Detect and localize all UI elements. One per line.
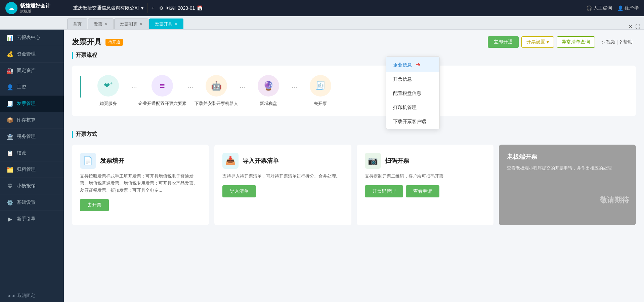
tab-invoice-close[interactable]: ✕: [104, 22, 108, 27]
yunbao-icon: 📊: [7, 34, 13, 41]
activate-button[interactable]: 立即开通: [488, 36, 519, 48]
dropdown-item-company-info[interactable]: 企业信息 ➜: [386, 57, 439, 72]
step4-icon: 🔮: [258, 75, 279, 97]
step1-label: 购买服务: [99, 101, 117, 107]
xiaochang-icon: ©: [7, 183, 13, 189]
period-label: 账期: [166, 5, 176, 11]
top-right: 🎧 人工咨询 👤 徐泽华: [586, 5, 639, 11]
sidebar-item-jiezhang[interactable]: 📋 结账: [0, 145, 64, 161]
method-scan-apply-button[interactable]: 查看申请: [406, 185, 439, 197]
sidebar-item-kucun[interactable]: 📦 库存核算: [0, 112, 64, 128]
company-selector[interactable]: 重庆畅捷交通信息咨询有限公司 ▾: [69, 3, 148, 13]
settings-dropdown-menu: 企业信息 ➜ 开票信息 配置税盘信息 打印机管理 下: [386, 56, 440, 129]
main-layout: 📊 云报表中心 💰 资金管理 🏭 固定资产 👤 工资 🧾 发票管理 📦 库存核算…: [0, 30, 644, 302]
tab-bar: 首页 发票 ✕ 发票测算 ✕ 发票开具 ✕ ✕ ⛶: [0, 16, 644, 30]
tab-close-right: ✕ ⛶: [629, 24, 644, 29]
top-actions: ＋ ⚙: [151, 5, 164, 11]
sidebar-item-xiaochang-label: 小畅报销: [17, 183, 36, 189]
username: 徐泽华: [625, 5, 639, 11]
header-actions: 立即开通 开票设置 ▾ 企业信息 ➜ 开票信息: [488, 36, 636, 48]
sidebar-item-xiaochang[interactable]: © 小畅报销: [0, 178, 64, 194]
sidebar-item-jichushezhi[interactable]: ⚙️ 基础设置: [0, 194, 64, 211]
dropdown-item-invoice-info[interactable]: 开票信息: [386, 72, 439, 86]
step5-label: 去开票: [314, 101, 327, 107]
page-header: 发票开具 待开通 立即开通 开票设置 ▾ 企业信息 ➜: [64, 30, 644, 52]
method-boss-desc: 查看老板端小程序提交的开票申请，并作出相应的处理: [507, 165, 628, 172]
guding-icon: 🏭: [7, 67, 13, 74]
tab-invoice-calc-close[interactable]: ✕: [139, 22, 143, 27]
expand-icon[interactable]: ⛶: [635, 24, 640, 29]
method-fill-header: 📄 发票填开: [80, 153, 201, 169]
sidebar-item-guding[interactable]: 🏭 固定资产: [0, 63, 64, 79]
video-button[interactable]: ▷ 视频 | ? 帮助: [598, 37, 636, 47]
gongzi-icon: 👤: [7, 84, 13, 90]
tab-invoice-open-close[interactable]: ✕: [174, 22, 178, 27]
method-card-boss: 老板端开票 查看老板端小程序提交的开票申请，并作出相应的处理 敬请期待: [499, 145, 636, 225]
methods-section-title: 开票方式: [72, 131, 636, 138]
anomaly-button[interactable]: 异常清单查询: [557, 36, 595, 48]
support-button[interactable]: 🎧 人工咨询: [586, 5, 612, 11]
tab-invoice-open[interactable]: 发票开具 ✕: [149, 18, 183, 29]
chevron-down-icon: ▾: [547, 39, 549, 45]
dropdown-item-tax-config[interactable]: 配置税盘信息: [386, 86, 439, 101]
guidang-icon: 🗂️: [7, 166, 13, 173]
method-scan-desc: 支持定制开票二维码，客户端可扫码开票: [365, 173, 486, 180]
close-all-icon[interactable]: ✕: [629, 24, 633, 29]
sidebar-item-kucun-label: 库存核算: [17, 117, 36, 123]
method-card-import: 📥 导入开票清单 支持导入待开票清单，可对待开票清单进行拆分、合并处理。 导入清…: [214, 145, 351, 225]
tab-home-label: 首页: [73, 21, 82, 27]
jichushezhi-icon: ⚙️: [7, 199, 13, 206]
sidebar-item-guidang[interactable]: 🗂️ 归档管理: [0, 161, 64, 178]
step4-label: 新增税盘: [260, 101, 277, 107]
sidebar-item-shuiwu[interactable]: 🏦 税务管理: [0, 128, 64, 145]
help-icon: ?: [619, 39, 622, 45]
page-title: 发票开具: [72, 37, 101, 47]
tab-invoice-label: 发票: [94, 21, 102, 27]
process-step-5: 🧾 去开票: [299, 75, 342, 107]
method-import-button[interactable]: 导入清单: [222, 185, 256, 197]
method-boss-title: 老板端开票: [507, 153, 537, 161]
tab-invoice[interactable]: 发票 ✕: [88, 18, 114, 29]
method-scan-header: 📷 扫码开票: [365, 153, 486, 169]
user-area[interactable]: 👤 徐泽华: [617, 5, 639, 11]
sidebar: 📊 云报表中心 💰 资金管理 🏭 固定资产 👤 工资 🧾 发票管理 📦 库存核算…: [0, 30, 64, 302]
sidebar-item-xinshou[interactable]: ▶ 新手引导: [0, 211, 64, 227]
dropdown-item-download-client[interactable]: 下载开票客户端: [386, 115, 439, 129]
step2-icon: ≡: [152, 75, 173, 97]
method-scan-title: 扫码开票: [385, 157, 409, 165]
unpin-icon: ◄◄: [7, 293, 15, 298]
flow-line: [80, 76, 81, 98]
red-arrow-icon: ➜: [416, 61, 421, 68]
tab-home[interactable]: 首页: [67, 18, 87, 29]
add-button[interactable]: ＋: [151, 5, 155, 11]
method-import-desc: 支持导入待开票清单，可对待开票清单进行拆分、合并处理。: [222, 173, 343, 180]
arrow-4: ···: [292, 83, 297, 91]
avatar-icon: 👤: [617, 5, 623, 11]
calendar-icon[interactable]: 📅: [197, 5, 203, 11]
sidebar-item-fapiao[interactable]: 🧾 发票管理: [0, 96, 64, 112]
logo-text: 畅捷通好会计: [20, 3, 50, 9]
method-fill-title: 发票填开: [100, 157, 124, 165]
sidebar-item-zijin[interactable]: 💰 资金管理: [0, 46, 64, 63]
dropdown-item-printer[interactable]: 打印机管理: [386, 101, 439, 115]
headset-icon: 🎧: [586, 5, 592, 11]
method-scan-qr-button[interactable]: 开票码管理: [365, 185, 403, 197]
process-step-1: ❤+ 购买服务: [86, 75, 130, 107]
sidebar-item-gongzi[interactable]: 👤 工资: [0, 79, 64, 96]
sidebar-item-gongzi-label: 工资: [17, 84, 26, 90]
sidebar-bottom[interactable]: ◄◄ 取消固定: [0, 289, 64, 302]
settings-icon[interactable]: ⚙: [159, 5, 164, 11]
sidebar-item-jiezhang-label: 结账: [17, 150, 26, 156]
method-card-scan: 📷 扫码开票 支持定制开票二维码，客户端可扫码开票 开票码管理 查看申请: [357, 145, 494, 225]
method-card-fill: 📄 发票填开 支持按照发票样式手工填开发票；可开具增值税电子普通发票、增值税普通…: [72, 145, 209, 225]
method-boss-header: 老板端开票: [507, 153, 628, 161]
sidebar-item-yunbao[interactable]: 📊 云报表中心: [0, 30, 64, 46]
step3-icon: 🤖: [206, 75, 227, 97]
method-fill-icon: 📄: [80, 153, 96, 169]
kucun-icon: 📦: [7, 117, 13, 123]
methods-section: 开票方式 📄 发票填开 支持按照发票样式手工填开发票；可开具增值税电子普通发票、…: [64, 131, 644, 232]
sidebar-item-fapiao-label: 发票管理: [17, 101, 36, 107]
tab-invoice-calc[interactable]: 发票测算 ✕: [114, 18, 148, 29]
settings-button[interactable]: 开票设置 ▾: [521, 36, 554, 48]
method-fill-button[interactable]: 去开票: [80, 199, 109, 211]
